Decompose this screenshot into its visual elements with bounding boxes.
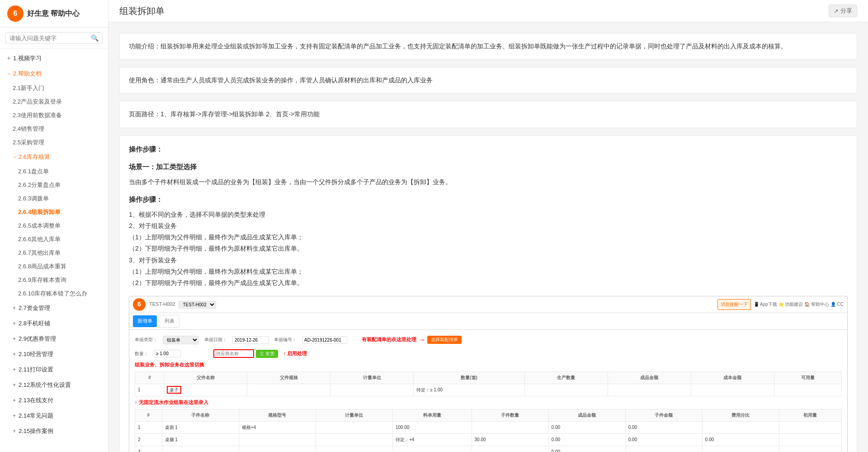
annotation-area2: 组装业务、拆卸业务在这里切换 [135,361,842,370]
th-unit: 计量单位 [330,372,414,384]
page-title: 组装拆卸单 [119,5,165,17]
sidebar-item-docs-214[interactable]: + 2.14常见问题 [0,408,108,423]
sidebar-item-docs-23[interactable]: 2.3使用前数据准备 [0,109,108,122]
th-parent-spec: 父件规格 [247,372,330,384]
sidebar-item-video[interactable]: + 1.视频学习 [0,51,108,66]
sidebar-header: 6 好生意 帮助中心 [0,0,108,28]
annotation3-text: ↑ 启用处理 [283,349,307,358]
sidebar-item-docs[interactable]: − 2.帮助文档 [0,66,108,81]
sidebar-item-docs-2610[interactable]: 2.6.10库存账本错了怎么办 [0,287,108,300]
ss-select-bom-btn[interactable]: 选择装配清单 [427,336,462,344]
td-parent-name: 桌子 [167,386,181,394]
annotation-area3: 立 发货 ↑ 启用处理 [213,349,307,358]
feature-intro-text: 功能介绍：组装拆卸单用来处理企业组装或拆卸等加工业务，支持有固定装配清单的产品加… [129,41,848,52]
ss-confirm-btn[interactable]: 立 发货 [256,350,278,358]
sidebar-item-docs-261[interactable]: 2.6.1盘点单 [0,165,108,178]
sidebar-item-docs-28[interactable]: + 2.8手机旺铺 [0,316,108,331]
sth-bom-qty: 料单用量 [392,409,472,422]
sidebar-item-docs-25[interactable]: 2.5采购管理 [0,136,108,149]
step3-1: （1）上部明细为父件明细，最终作为原材料生成某它出库单； [129,266,848,277]
ss-type-select[interactable]: 组装单 [163,336,199,344]
sth-no: # [135,409,162,422]
role-intro-card: 使用角色：通常由生产人员或库管人员完成拆装业务的操作，库管人员确认原材料的出库和… [119,67,857,94]
sidebar-item-docs-24[interactable]: 2.4销售管理 [0,122,108,136]
ss-no-input[interactable] [302,336,347,344]
annotation4-text: ↑ 无固定流水作业组装在这里录入 [135,398,842,407]
scenario1-desc: 当由多个子件材料组装成一个成品的业务为【组装】业务，当由一个父件拆分成多个子产品… [129,176,848,188]
td-unit [330,384,414,396]
td-prod-qty [524,384,608,396]
sidebar-item-docs-266[interactable]: 2.6.6其他入库单 [0,233,108,246]
step1: 1、根据不同的业务，选择不同单据的类型来处理 [129,209,848,220]
share-icon: ↗ [834,8,839,14]
plus-icon-27: + [13,305,16,311]
td-prod-amt [608,384,691,396]
sidebar-item-label: 2.9优惠券管理 [19,335,56,343]
sidebar-item-docs-21[interactable]: 2.1新手入门 [0,81,108,95]
sth-init-qty: 初用量 [779,409,841,422]
sidebar-item-docs-29[interactable]: + 2.9优惠券管理 [0,331,108,347]
ss-no-label: 单据编号： [274,336,297,344]
sidebar-item-docs-27[interactable]: + 2.7资金管理 [0,300,108,316]
ss-select-dropdown[interactable]: TEST-H002 [179,301,216,309]
sub-table-row: 2 桌腿 1 待定：+4 30.00 0.00 0.00 0.00 [135,434,842,446]
table-row: 1 桌子 待定：≥ 1.00 [135,384,842,396]
td-qty-set: 待定：≥ 1.00 [414,384,525,396]
search-icon[interactable]: 🔍 [91,34,99,42]
ss-new-btn[interactable]: 消息提醒一下 [717,299,751,310]
ss-date-input[interactable] [232,336,269,344]
sidebar-item-label: 2.10经营管理 [19,350,53,358]
sidebar-item-docs-268[interactable]: 2.6.8商品成本重算 [0,260,108,273]
ss-qty-input[interactable] [154,350,181,357]
sidebar-item-docs-265[interactable]: 2.6.5成本调整单 [0,219,108,233]
topbar: 组装拆卸单 ↗ 分享 [108,0,868,22]
search-input[interactable] [9,35,91,42]
td-parent-spec [247,384,330,396]
minus-icon: − [7,71,10,77]
sidebar-item-docs-212[interactable]: + 2.12系统个性化设置 [0,377,108,393]
share-button[interactable]: ↗ 分享 [829,5,857,17]
sidebar-item-docs-210[interactable]: + 2.10经营管理 [0,347,108,362]
sidebar-item-label: 2.12系统个性化设置 [19,381,71,389]
sidebar-item-docs-269[interactable]: 2.6.9库存账本查询 [0,273,108,287]
sth-cost-pct: 费用分比 [702,409,779,422]
sidebar-item-docs-211[interactable]: + 2.11打印设置 [0,362,108,377]
th-qty-set: 数量(套) [414,372,525,384]
sidebar-item-label: 2.7资金管理 [19,304,50,312]
ss-titlebar-text: TEST-H002 [149,300,175,309]
sidebar-item-docs-263[interactable]: 2.6.3调拨单 [0,192,108,205]
ss-vendor-input[interactable] [213,349,254,358]
plus-icon-211: + [13,366,16,373]
search-wrap: 🔍 [5,32,103,44]
sidebar-item-docs-213[interactable]: + 2.13在线支付 [0,393,108,408]
ss-logo: 6 [133,298,146,311]
feature-intro-card: 功能介绍：组装拆卸单用来处理企业组装或拆卸等加工业务，支持有固定装配清单的产品加… [119,33,857,60]
step2-1: （1）上部明细为父件明细，最终作为产成品生成某它入库单； [129,232,848,243]
plus-icon-213: + [13,397,16,404]
th-no: # [135,372,164,384]
ss-tab-list[interactable]: 列表 [160,315,179,328]
step2: 2、对于组装业务 [129,220,848,232]
sidebar-item-docs-215[interactable]: + 2.15操作案例 [0,423,108,439]
td-cost-amt [691,384,774,396]
sidebar-item-docs-264[interactable]: 2.6.4组装拆卸单 [0,205,108,219]
step3-2: （2）下部明细为子件明细，最终作为产成品生成某它入库单。 [129,277,848,289]
share-label: 分享 [840,7,852,15]
sidebar-item-label: 1.视频学习 [13,54,42,62]
main-area: 组装拆卸单 ↗ 分享 功能介绍：组装拆卸单用来处理企业组装或拆卸等加工业务，支持… [108,0,868,452]
annotation2-text: 组装业务、拆卸业务在这里切换 [135,361,204,370]
td-no: 1 [135,384,164,396]
sidebar-item-label: 2.帮助文档 [13,70,42,78]
th-parent-name: 父件名称 [164,372,247,384]
th-avail: 可用量 [774,372,841,384]
role-intro-text: 使用角色：通常由生产人员或库管人员完成拆装业务的操作，库管人员确认原材料的出库和… [129,75,848,86]
plus-icon-214: + [13,413,16,419]
sidebar-item-docs-26[interactable]: − 2.6库存核算 [0,149,108,165]
plus-icon-28: + [13,320,16,327]
sidebar-item-docs-262[interactable]: 2.6.2分量盘点单 [0,178,108,192]
sidebar-item-docs-22[interactable]: 2.2产品安装及登录 [0,95,108,109]
ss-tab-new[interactable]: 新增单 [133,315,157,327]
ss-date-label: 单据日期： [204,336,227,344]
sidebar-item-docs-267[interactable]: 2.6.7其他出库单 [0,246,108,260]
step2-2: （2）下部明细为子件明细，最终作为原材料生成某它出库单。 [129,243,848,254]
